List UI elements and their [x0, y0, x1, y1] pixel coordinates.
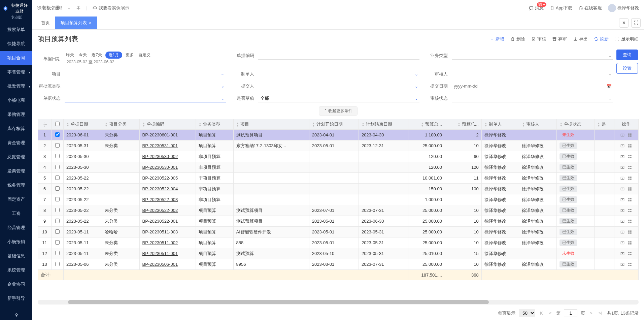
filter-settings-button[interactable]: 设置	[616, 63, 638, 74]
sidebar-item-12[interactable]: 固定资产	[0, 192, 32, 206]
view-icon[interactable]	[620, 132, 625, 138]
sidebar-item-11[interactable]: 税务管理	[0, 178, 32, 192]
table-row[interactable]: 72023-05-22BP-20230522-003非项目预算1,000.00徐…	[38, 194, 639, 205]
table-row[interactable]: 52023-05-22BP-20230522-005非项目预算10,001.00…	[38, 173, 639, 184]
filter-select-auditor[interactable]: ⌄	[452, 70, 613, 78]
view-icon[interactable]	[620, 165, 625, 170]
more-icon[interactable]	[628, 262, 632, 267]
sidebar-item-19[interactable]: 新手引导	[0, 291, 32, 306]
th-budget1[interactable]: ▲▼预算总...	[408, 119, 445, 130]
cell-checkbox[interactable]	[52, 173, 64, 184]
query-button[interactable]: 查询	[616, 50, 638, 60]
view-icon[interactable]	[620, 143, 625, 149]
view-icon[interactable]	[620, 186, 625, 192]
cell-doc-no[interactable]: BP-20230522-002	[139, 205, 196, 216]
per-page-select[interactable]: 50	[519, 309, 535, 317]
table-row[interactable]: 82023-05-22未分类BP-20230522-002项目预算测试预算项目2…	[38, 205, 639, 216]
filter-select-is-draft[interactable]: ⌄	[258, 94, 419, 102]
more-icon[interactable]	[628, 154, 632, 159]
close-icon[interactable]: ×	[89, 20, 92, 26]
date-preset-lastmonth[interactable]: 近1月	[105, 52, 123, 59]
audit-button[interactable]: 审核	[531, 36, 546, 42]
sidebar-item-8[interactable]: 资金管理	[0, 136, 32, 150]
tab-0[interactable]: 首页	[36, 17, 55, 29]
tab-1[interactable]: 项目预算列表×	[55, 17, 97, 29]
cell-checkbox[interactable]	[52, 216, 64, 227]
more-icon[interactable]	[628, 229, 632, 235]
date-preset-last7[interactable]: 近7天	[90, 52, 103, 59]
topbar-download[interactable]: App下载	[550, 5, 572, 11]
sidebar-item-3[interactable]: 零售管理▾	[0, 65, 32, 79]
view-icon[interactable]	[620, 175, 625, 181]
sidebar-item-9[interactable]: 总账管理	[0, 150, 32, 164]
horizontal-scrollbar[interactable]	[38, 300, 639, 305]
cell-doc-no[interactable]: BP-20230511-002	[139, 237, 196, 248]
sidebar-item-16[interactable]: 基础信息	[0, 249, 32, 263]
table-row[interactable]: 112023-05-11未分类BP-20230511-002项目预算888202…	[38, 237, 639, 248]
table-row[interactable]: 92023-05-22未分类BP-20230522-001项目预算测试预算项目2…	[38, 216, 639, 227]
view-icon[interactable]	[620, 197, 625, 202]
table-row[interactable]: 62023-05-22BP-20230522-004非项目预算150.00100…	[38, 184, 639, 194]
cell-checkbox[interactable]	[52, 151, 64, 162]
topbar-messages[interactable]: 消息 99 +	[529, 5, 544, 11]
more-icon[interactable]	[628, 240, 632, 246]
first-page-button[interactable]: K	[539, 311, 544, 316]
th-plan-start[interactable]: ▲▼计划开始日期	[309, 119, 359, 130]
cell-checkbox[interactable]	[52, 205, 64, 216]
sidebar-item-14[interactable]: 经营管理	[0, 221, 32, 235]
delete-button[interactable]: 删除	[510, 36, 525, 42]
next-page-button[interactable]: >	[588, 311, 594, 316]
th-project[interactable]: ▲▼项目	[233, 119, 309, 130]
th-budget2[interactable]: ▲▼预算总...	[445, 119, 481, 130]
export-button[interactable]: 导出	[573, 36, 588, 42]
table-row[interactable]: 122023-05-11未分类BP-20230511-001项目预算测试预算20…	[38, 248, 639, 259]
date-preset-custom[interactable]: 自定义	[137, 52, 152, 59]
cell-checkbox[interactable]	[52, 140, 64, 151]
sidebar-item-0[interactable]: 搜索菜单	[0, 23, 32, 37]
topbar-gear-icon[interactable]	[76, 5, 81, 11]
more-icon[interactable]	[628, 219, 632, 224]
scrollbar-thumb[interactable]	[68, 300, 489, 304]
more-icon[interactable]	[628, 197, 632, 202]
date-preset-more[interactable]: 更多	[124, 52, 135, 59]
sidebar-item-13[interactable]: 工资	[0, 206, 32, 221]
add-button[interactable]: ＋新增	[490, 36, 504, 42]
filter-select-creator[interactable]: ⌄	[258, 70, 419, 78]
more-icon[interactable]	[628, 165, 632, 170]
th-doc-date[interactable]: ▲▼单据日期	[64, 119, 102, 130]
cell-checkbox[interactable]	[52, 184, 64, 194]
cell-doc-no[interactable]: BP-20230522-004	[139, 184, 196, 194]
table-row[interactable]: 102023-05-11哈哈哈BP-20230511-003项目预算AI智能软硬…	[38, 227, 639, 237]
table-row[interactable]: 132023-05-06未分类BP-20230506-001项目预算895620…	[38, 259, 639, 270]
th-doc-no[interactable]: ▲▼单据编码	[139, 119, 196, 130]
filter-select-doc-status[interactable]: ⌄	[65, 94, 226, 102]
sidebar-item-1[interactable]: 快捷导航	[0, 37, 32, 51]
more-icon[interactable]	[628, 208, 632, 213]
refresh-button[interactable]: 刷新	[594, 36, 609, 42]
table-settings-icon[interactable]	[38, 119, 52, 130]
filter-input-doc-no[interactable]	[258, 52, 419, 60]
sidebar-item-18[interactable]: 企业协同	[0, 277, 32, 291]
page-input[interactable]	[564, 309, 577, 317]
sidebar-item-10[interactable]: 发票管理	[0, 164, 32, 178]
filter-select-biz-type[interactable]: ⌄	[452, 52, 613, 60]
table-row[interactable]: 22023-05-31未分类BP-20230531-001项目预算东方塞纳17-…	[38, 140, 639, 151]
filter-select-audit-status[interactable]: ⌄	[452, 94, 613, 102]
cell-checkbox[interactable]	[52, 227, 64, 237]
org-dropdown-icon[interactable]: ⌄	[67, 6, 71, 10]
date-preset-today[interactable]: 今天	[77, 52, 88, 59]
sidebar-item-4[interactable]: 批发管理▾	[0, 79, 32, 93]
collapse-filters-button[interactable]: ⌃ 收起更多条件	[319, 106, 358, 116]
sidebar-item-5[interactable]: 小畅电商	[0, 93, 32, 107]
more-icon[interactable]	[628, 132, 632, 138]
th-creator[interactable]: ▲▼制单人	[481, 119, 519, 130]
more-icon[interactable]	[628, 175, 632, 181]
sidebar-item-2[interactable]: 项目合同	[0, 51, 32, 65]
cell-checkbox[interactable]	[52, 259, 64, 270]
cell-doc-no[interactable]: BP-20230522-001	[139, 216, 196, 227]
cell-checkbox[interactable]	[52, 162, 64, 173]
cell-doc-no[interactable]: BP-20230601-001	[139, 130, 196, 140]
th-doc-status[interactable]: ▲▼单据状态	[557, 119, 595, 130]
cell-doc-no[interactable]: BP-20230511-003	[139, 227, 196, 237]
th-select-all[interactable]	[52, 119, 64, 130]
